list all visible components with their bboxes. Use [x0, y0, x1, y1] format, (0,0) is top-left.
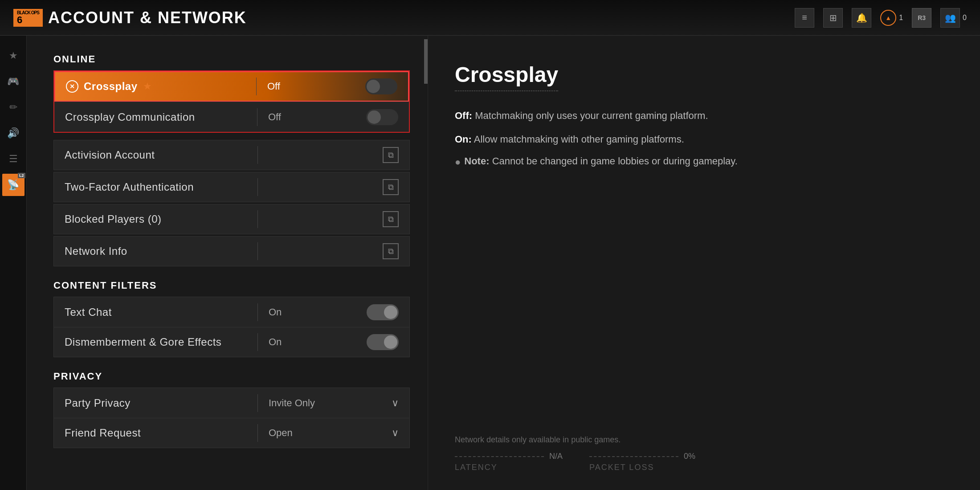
crossplay-toggle[interactable]: [365, 78, 397, 94]
latency-value: N/A: [549, 452, 563, 461]
privacy-section-header: PRIVACY: [53, 371, 410, 382]
left-sidebar: ★ 🎮 ✏ 🔊 ☰ 📡: [0, 36, 27, 490]
sidebar-item-network[interactable]: 📡: [2, 174, 24, 196]
two-factor-row-left: Two-Factor Authentication: [54, 181, 257, 193]
bo6-logo: BLACK OPS 6: [13, 9, 43, 27]
network-icon: 📡: [7, 179, 19, 191]
settings-panel: ONLINE ✕ Crossplay ★ Off: [27, 36, 428, 490]
sidebar-item-edit[interactable]: ✏: [2, 96, 24, 118]
bell-icon[interactable]: 🔔: [852, 8, 871, 28]
two-factor-row-right: ⧉: [258, 179, 409, 195]
blocked-players-row[interactable]: Blocked Players (0) ⧉: [53, 204, 410, 234]
toggle-knob: [367, 80, 380, 93]
on-text: Allow matchmaking with other gaming plat…: [472, 134, 684, 145]
note-content: Cannot be changed in game lobbies or dur…: [492, 155, 738, 167]
star-icon: ★: [9, 50, 18, 61]
external-link-icon-2[interactable]: ⧉: [383, 179, 399, 195]
info-title-container: Crossplay: [455, 62, 953, 95]
crossplay-row-right: Off: [257, 78, 408, 94]
friend-request-dropdown[interactable]: Open ∨: [269, 427, 399, 439]
network-info-label: Network Info: [65, 245, 127, 257]
activision-row-left: Activision Account: [54, 149, 257, 161]
activision-row-right: ⧉: [258, 147, 409, 163]
network-info-row-right: ⧉: [258, 243, 409, 259]
party-privacy-row-left: Party Privacy: [54, 397, 257, 409]
crossplay-communication-row[interactable]: Crossplay Communication Off: [54, 102, 409, 132]
party-privacy-row[interactable]: Party Privacy Invite Only ∨: [53, 388, 410, 418]
external-link-icon-3[interactable]: ⧉: [383, 211, 399, 227]
sidebar-item-menu[interactable]: ☰: [2, 148, 24, 170]
latency-stat-line: N/A: [455, 452, 563, 461]
packet-loss-dots: [589, 456, 678, 457]
party-privacy-value: Invite Only: [269, 397, 386, 409]
info-content: Off: Matchmaking only uses your current …: [455, 108, 953, 417]
crossplay-comm-toggle[interactable]: [366, 109, 398, 125]
main-content: ONLINE ✕ Crossplay ★ Off: [27, 36, 980, 490]
friend-request-value: Open: [269, 427, 386, 439]
gore-effects-toggle[interactable]: [367, 334, 399, 350]
text-chat-row-right: On: [258, 304, 409, 320]
packet-loss-stat-line: 0%: [589, 452, 695, 461]
info-line-on: On: Allow matchmaking with other gaming …: [455, 132, 953, 147]
network-section: Network details only available in public…: [455, 417, 953, 472]
blocked-players-row-left: Blocked Players (0): [54, 213, 257, 225]
off-text: Matchmaking only uses your current gamin…: [472, 110, 708, 121]
blocked-players-label: Blocked Players (0): [65, 213, 162, 225]
player-icon[interactable]: R3: [912, 8, 931, 28]
sidebar-item-controller[interactable]: 🎮: [2, 70, 24, 93]
page-title: ACCOUNT & NETWORK: [48, 8, 247, 27]
crossplay-comm-row-right: Off: [257, 109, 409, 125]
off-label: Off:: [455, 110, 472, 121]
content-filters-header: CONTENT FILTERS: [53, 280, 410, 291]
content-filters-group: Text Chat On Dismemberment & Gore Effect…: [53, 297, 410, 357]
activision-badge: ▲: [880, 10, 896, 26]
info-panel: Crossplay Off: Matchmaking only uses you…: [428, 36, 980, 490]
latency-label: LATENCY: [455, 463, 563, 472]
text-chat-value: On: [269, 306, 359, 318]
crossplay-group: ✕ Crossplay ★ Off Crossplay Communicatio…: [53, 70, 410, 133]
logo-area: BLACK OPS 6 ACCOUNT & NETWORK: [13, 8, 247, 27]
grid-icon[interactable]: ⊞: [823, 8, 843, 28]
friends-icon[interactable]: 👥: [940, 8, 960, 28]
info-title: Crossplay: [455, 62, 558, 91]
activision-account-label: Activision Account: [65, 149, 155, 161]
friend-count: 0: [963, 14, 967, 22]
party-privacy-row-right: Invite Only ∨: [258, 397, 409, 409]
logo-number: 6: [17, 15, 39, 25]
scroll-thumb[interactable]: [424, 39, 428, 84]
text-chat-row-left: Text Chat: [54, 306, 257, 318]
on-label: On:: [455, 134, 472, 145]
toggle-knob-2: [368, 110, 381, 124]
text-chat-toggle[interactable]: [367, 304, 399, 320]
external-link-icon-4[interactable]: ⧉: [383, 243, 399, 259]
gore-effects-value: On: [269, 336, 359, 348]
badge-count: 1: [899, 14, 903, 22]
activision-account-row[interactable]: Activision Account ⧉: [53, 140, 410, 170]
gore-effects-row[interactable]: Dismemberment & Gore Effects On: [53, 327, 410, 357]
external-link-icon-1[interactable]: ⧉: [383, 147, 399, 163]
friend-request-row[interactable]: Friend Request Open ∨: [53, 418, 410, 448]
latency-dots: [455, 456, 544, 457]
party-privacy-dropdown[interactable]: Invite Only ∨: [269, 397, 399, 409]
gore-effects-label: Dismemberment & Gore Effects: [65, 336, 221, 348]
menu-icon[interactable]: ≡: [795, 8, 814, 28]
two-factor-label: Two-Factor Authentication: [65, 181, 194, 193]
network-note: Network details only available in public…: [455, 417, 953, 445]
crossplay-row[interactable]: ✕ Crossplay ★ Off: [54, 71, 409, 102]
x-circle-icon: ✕: [66, 80, 78, 93]
chevron-down-icon-2: ∨: [392, 427, 399, 439]
network-info-row[interactable]: Network Info ⧉: [53, 236, 410, 266]
sidebar-item-audio[interactable]: 🔊: [2, 122, 24, 144]
crossplay-comm-value: Off: [268, 111, 359, 123]
latency-stat: N/A LATENCY: [455, 452, 563, 472]
packet-loss-label: PACKET LOSS: [589, 463, 695, 472]
sidebar-item-favorites[interactable]: ★: [2, 45, 24, 67]
header: BLACK OPS 6 ACCOUNT & NETWORK ≡ ⊞ 🔔 ▲ 1 …: [0, 0, 980, 36]
info-note: ● Note: Cannot be changed in game lobbie…: [455, 155, 953, 168]
text-chat-row[interactable]: Text Chat On: [53, 297, 410, 327]
pencil-icon: ✏: [9, 102, 17, 113]
text-chat-label: Text Chat: [65, 306, 112, 318]
two-factor-row[interactable]: Two-Factor Authentication ⧉: [53, 172, 410, 202]
toggle-knob-3: [384, 306, 397, 319]
friend-request-row-left: Friend Request: [54, 427, 257, 439]
